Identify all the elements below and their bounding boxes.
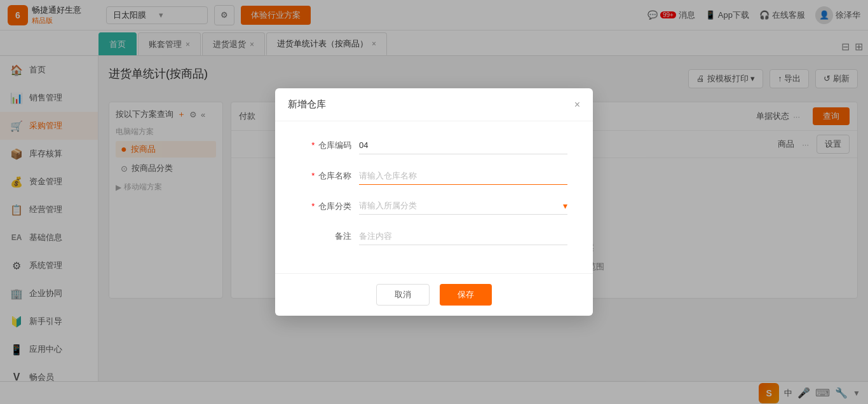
remark-input[interactable]: [359, 227, 567, 245]
required-mark-name: *: [311, 171, 315, 180]
form-row-category: * 仓库分类 请输入所属分类 ▾: [301, 198, 567, 215]
category-placeholder: 请输入所属分类: [359, 200, 563, 212]
form-row-code: * 仓库编码: [301, 137, 567, 154]
required-mark-code: *: [311, 140, 315, 150]
modal-body: * 仓库编码 * 仓库名称 * 仓库分类 请输入所属: [275, 121, 593, 273]
code-label: * 仓库编码: [301, 140, 351, 151]
modal-title: 新增仓库: [288, 98, 326, 111]
modal-footer: 取消 保存: [275, 273, 593, 316]
required-mark-category: *: [311, 201, 315, 211]
remark-label: 备注: [301, 231, 351, 242]
save-button[interactable]: 保存: [440, 284, 492, 306]
modal-overlay: 新增仓库 × * 仓库编码 * 仓库名称: [0, 0, 868, 404]
modal-header: 新增仓库 ×: [275, 88, 593, 121]
modal-close-button[interactable]: ×: [574, 99, 580, 111]
category-select[interactable]: 请输入所属分类 ▾: [359, 198, 567, 215]
cancel-button[interactable]: 取消: [376, 284, 430, 306]
name-label: * 仓库名称: [301, 170, 351, 182]
form-row-name: * 仓库名称: [301, 167, 567, 185]
form-row-remark: 备注: [301, 227, 567, 245]
modal-new-warehouse: 新增仓库 × * 仓库编码 * 仓库名称: [275, 88, 593, 316]
name-input[interactable]: [359, 167, 567, 185]
category-label: * 仓库分类: [301, 201, 351, 212]
category-arrow-icon: ▾: [563, 201, 567, 211]
code-input[interactable]: [359, 137, 567, 154]
